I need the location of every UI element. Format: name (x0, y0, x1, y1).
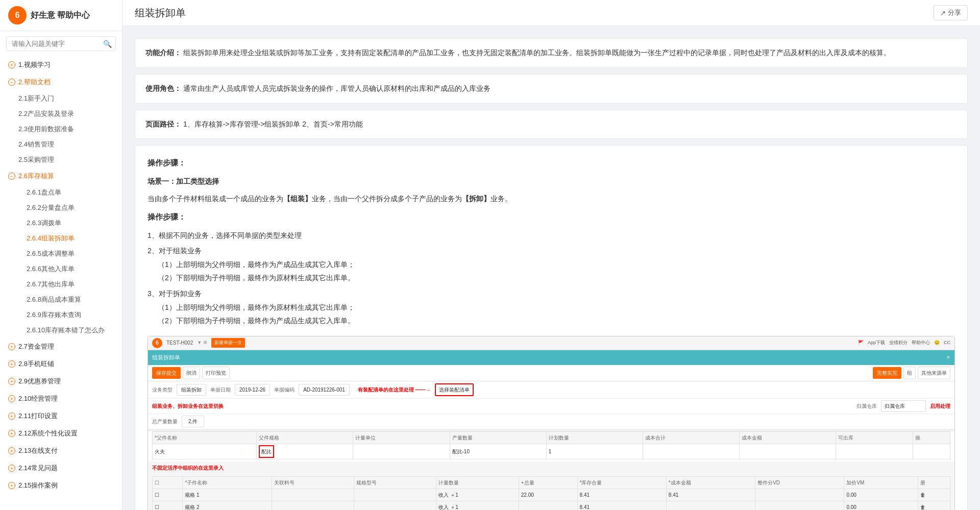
cell-r1-check: ☐ (153, 489, 183, 501)
sidebar-item-ops[interactable]: + 2.10经营管理 (0, 390, 122, 407)
sidebar-item-split[interactable]: 2.6.2分量盘点单 (0, 200, 122, 215)
search-box[interactable]: 🔍 (6, 36, 116, 51)
col-child-split: 整件分VD (755, 476, 844, 489)
step1: 1、根据不同的业务，选择不同单据的类型来处理 (148, 229, 955, 242)
cell-r1-name: 规格 1 (183, 489, 272, 501)
sidebar-item-sales[interactable]: 2.4销售管理 (0, 137, 122, 152)
sidebar-item-otherout[interactable]: 2.6.7其他出库单 (0, 277, 122, 292)
table-row: ☐ 规格 2 收入 ＋1 8.41 0.00 🗑 (153, 501, 950, 510)
screenshot-date-value: 2019-12-26 (235, 384, 270, 396)
collapse-icon: − (8, 79, 15, 86)
screenshot-annotation3: 组装业务、拆卸业务在这里切换 (152, 401, 224, 411)
expand-icon: + (8, 61, 15, 68)
page-title: 组装拆卸单 (135, 6, 186, 20)
sidebar-item-coupon[interactable]: + 2.9优惠券管理 (0, 373, 122, 390)
screenshot-type-value: 组装拆卸 (177, 384, 206, 396)
col-parent-plan: 计划数量 (546, 431, 643, 444)
screenshot-warehouse-value: 归属仓库 (881, 400, 926, 412)
sidebar-item-custom[interactable]: + 2.12系统个性化设置 (0, 425, 122, 442)
sidebar-item-print[interactable]: + 2.11打印设置 (0, 407, 122, 425)
cell-r2-stock: 8.41 (577, 501, 666, 510)
expand-icon-print: + (8, 412, 15, 420)
cell-parent-available (836, 444, 913, 459)
screenshot-titlebar: 组装拆卸单 ✕ (148, 350, 954, 365)
cell-parent-qty: 配比-10 (450, 444, 546, 459)
col-parent-spec: 父件规格 (257, 431, 353, 444)
search-input[interactable] (6, 36, 116, 51)
screenshot-annotation1: 有装配清单的在这里处理 ——→ (358, 385, 431, 395)
screenshot-annotation4: 启用处理 (930, 401, 950, 411)
sidebar-item-adjust[interactable]: 2.6.3调拨单 (0, 215, 122, 231)
col-child-spec: 规格型号 (354, 476, 436, 489)
screenshot-annotation5: 不固定活序中组织的在这里录入 (152, 462, 950, 474)
sidebar-item-otherin[interactable]: 2.6.6其他入库单 (0, 261, 122, 277)
screenshot-actions: 保存提交 彻消 打印预览 完整实完 组 其他来源单 (148, 365, 954, 381)
screenshot-newbtn: 新建单据一次 (211, 338, 245, 348)
cell-parent-unit (353, 444, 450, 459)
sidebar-item-docs[interactable]: − 2.帮助文档 (0, 74, 122, 91)
expand-icon-coupon: + (8, 378, 15, 385)
col-parent-cost-total: 成本合计 (643, 431, 739, 444)
sidebar-item-finance[interactable]: + 2.7资金管理 (0, 338, 122, 355)
collapse-icon-inventory: − (8, 173, 15, 180)
sidebar-item-video[interactable]: + 1.视频学习 (0, 56, 122, 74)
cell-r1-stock: 8.41 (577, 489, 666, 501)
sidebar-item-costrecalc[interactable]: 2.6.8商品成本重算 (0, 292, 122, 307)
screenshot-qty-row: 总产量数量 2,件 (148, 414, 954, 429)
sidebar-item-payment[interactable]: + 2.13在线支付 (0, 442, 122, 459)
search-icon[interactable]: 🔍 (103, 40, 112, 48)
expand-icon-payment: + (8, 447, 15, 454)
screenshot-qty-label: 总产量数量 (152, 417, 178, 426)
col-child-check: ☐ (153, 476, 183, 489)
sidebar-item-cases[interactable]: + 2.15操作案例 (0, 477, 122, 494)
sidebar-item-purchase[interactable]: 2.5采购管理 (0, 152, 122, 167)
sidebar-header: 6 好生意 帮助中心 (0, 0, 122, 31)
cell-r2-spec (354, 501, 436, 510)
path-title: 页面路径： (145, 120, 181, 128)
cell-r1-cost: 8.41 (666, 489, 755, 501)
cell-r1-markup: 0.00 (844, 489, 918, 501)
ops-steps-title: 操作步骤： (148, 210, 955, 225)
share-icon: ↗ (940, 9, 946, 17)
screenshot-annotation2: 选择装配清单 (435, 383, 474, 396)
cell-r1-partno (272, 489, 354, 501)
screenshot-extra2: 其他来源单 (918, 367, 950, 379)
col-parent-qty: 产量数量 (450, 431, 546, 444)
expand-icon-mobile: + (8, 360, 15, 368)
sidebar-item-mobile[interactable]: + 2.8手机旺铺 (0, 355, 122, 373)
col-parent-unit: 计量单位 (353, 431, 450, 444)
screenshot-form: 业务类型 组装拆卸 单据日期 2019-12-26 单据编码 AD-201912… (148, 381, 954, 399)
expand-icon-ops: + (8, 395, 15, 402)
sidebar-item-stocktake[interactable]: 2.6.1盘点单 (0, 185, 122, 200)
col-parent-name: *父件名称 (153, 431, 257, 444)
cell-r2-qty: 收入 ＋1 (436, 501, 519, 510)
col-child-markup: 加价VM (844, 476, 918, 489)
screenshot-extra1: 组 (903, 367, 916, 379)
col-child-partno: 关联料号 (272, 476, 354, 489)
sidebar-item-assembly[interactable]: 2.6.4组装拆卸单 (0, 231, 122, 246)
table-row: 火夫 配比 配比-10 1 (153, 444, 950, 459)
cell-parent-plan: 1 (546, 444, 643, 459)
cell-r2-check: ☐ (153, 501, 183, 510)
sidebar-item-newcomer[interactable]: 2.1新手入门 (0, 91, 122, 106)
screenshot-bottom-table: 不固定活序中组织的在这里录入 ☐ *子件名称 关联料号 规格型号 计量数量 +总… (148, 462, 954, 510)
intro-title: 功能介绍： (145, 48, 181, 57)
table-row: ☐ 规格 1 收入 ＋1 22.00 8.41 8.41 0.00 🗑 (153, 489, 950, 501)
ops-title: 操作步骤： (148, 156, 955, 171)
path-block: 页面路径： 1、库存核算->库存管理->组装拆卸单 2、首页->常用功能 (135, 110, 968, 139)
sidebar-item-ledgererr[interactable]: 2.6.10库存账本错了怎么办 (0, 323, 122, 338)
sidebar-item-faq[interactable]: + 2.14常见问题 (0, 459, 122, 477)
sidebar-item-inventory[interactable]: − 2.6库存核算 (0, 167, 122, 185)
sidebar-item-costadj[interactable]: 2.6.5成本调整单 (0, 246, 122, 261)
sidebar-item-install[interactable]: 2.2产品安装及登录 (0, 106, 122, 122)
step2: 2、对于组装业务 (148, 244, 955, 258)
share-button[interactable]: ↗ 分享 (934, 5, 968, 20)
cell-parent-cost-amt (739, 444, 836, 459)
expand-icon-custom: + (8, 430, 15, 437)
sidebar-item-data[interactable]: 2.3使用前数据准备 (0, 122, 122, 137)
screenshot-logo: 6 (152, 338, 162, 348)
col-child-stock: *库存合量 (577, 476, 666, 489)
col-parent-available: 可出库 (836, 431, 913, 444)
sidebar-item-ledger[interactable]: 2.6.9库存账本查询 (0, 307, 122, 323)
screenshot-icons: 🚩App下载业绩积分帮助中心😊CC (858, 338, 950, 347)
